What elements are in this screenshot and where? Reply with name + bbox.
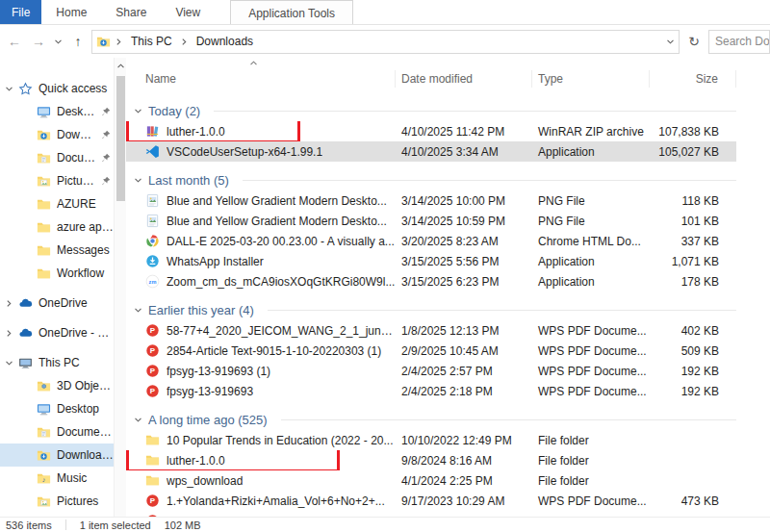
column-header-name[interactable]: Name: [126, 70, 396, 88]
file-row[interactable]: DALL-E 2025-03-20 00.23.00 - A visually …: [126, 231, 736, 251]
downloads-icon: [37, 448, 53, 463]
column-headers: NameDate modifiedTypeSize: [126, 67, 770, 90]
chevron-right-icon[interactable]: [5, 329, 14, 338]
file-name: 2.+61+478798489-34657+-+350493021-1...: [167, 515, 392, 518]
file-row[interactable]: wps_download4/1/2024 2:25 PMFile folder: [126, 470, 736, 491]
downloads-icon: [37, 128, 53, 142]
tab-view[interactable]: View: [161, 0, 215, 24]
file-row[interactable]: luther-1.0.04/10/2025 11:42 PMWinRAR ZIP…: [126, 121, 736, 141]
file-row[interactable]: Blue and Yellow Gradient Modern Deskto..…: [126, 211, 736, 231]
sidebar-item-documents[interactable]: Documents: [0, 420, 114, 443]
sidebar-item-label: Workflow: [57, 266, 114, 280]
file-type: Application: [532, 145, 650, 159]
file-row[interactable]: zmZoom_cm_ds_mCA9iosXOqGtKRGi80W9l...3/1…: [126, 271, 736, 291]
file-date-modified: 2/4/2025 2:18 PM: [396, 385, 532, 398]
file-name: VSCodeUserSetup-x64-1.99.1: [167, 145, 322, 159]
sidebar-item-this-pc[interactable]: This PC: [0, 351, 114, 374]
chevron-right-icon[interactable]: [5, 299, 14, 308]
refresh-button[interactable]: ↻: [682, 34, 706, 49]
items-count: 536 items: [6, 519, 52, 531]
sidebar-item-label: Pictures: [57, 494, 114, 508]
sidebar-item-music[interactable]: ♪Music: [0, 467, 114, 490]
sidebar-item-pictures[interactable]: Pictures: [0, 490, 114, 513]
file-type: PNG File: [532, 215, 650, 228]
group-header-today-2[interactable]: Today (2): [126, 100, 736, 121]
scrollbar-thumb[interactable]: [116, 76, 125, 201]
chevron-down-icon[interactable]: [134, 416, 142, 424]
sidebar-item-quick-access[interactable]: Quick access: [0, 77, 114, 100]
sidebar-item-azure[interactable]: AZURE: [0, 192, 114, 215]
sidebar-item-documents[interactable]: Documents: [0, 146, 114, 169]
chevron-down-icon[interactable]: [134, 306, 142, 315]
chevron-down-icon[interactable]: [5, 359, 14, 367]
file-row[interactable]: P2.+61+478798489-34657+-+350493021-1...W…: [126, 511, 736, 517]
sidebar-item-workflow[interactable]: Workflow: [0, 262, 114, 285]
address-dropdown-icon[interactable]: [666, 38, 675, 46]
sidebar-item-messages[interactable]: Messages: [0, 239, 114, 262]
back-button[interactable]: ←: [4, 30, 25, 53]
file-row[interactable]: 10 Popular Trends in Education (2022 - 2…: [126, 430, 736, 450]
up-button[interactable]: ↑: [67, 30, 89, 53]
tab-file[interactable]: File: [0, 0, 41, 24]
breadcrumb-this-pc[interactable]: This PC: [126, 35, 177, 48]
sidebar-item-downloads[interactable]: Downloads: [0, 443, 114, 467]
sidebar-item-desktop[interactable]: Desktop: [0, 100, 114, 123]
group-label: Today (2): [148, 104, 200, 118]
address-bar[interactable]: This PC Downloads: [91, 30, 680, 54]
pin-icon: [101, 176, 114, 186]
sidebar: Quick accessDesktopDownloadsDocumentsPic…: [0, 58, 114, 517]
chevron-down-icon[interactable]: [134, 107, 142, 115]
desktop-icon: [37, 402, 53, 417]
sidebar-item-downloads[interactable]: Downloads: [0, 123, 114, 146]
file-type: File folder: [532, 454, 650, 468]
sidebar-item-label: OneDrive - Person...: [38, 326, 114, 340]
sidebar-item-azure-app-files[interactable]: azure app_files: [0, 215, 114, 239]
file-size: 402 KB: [650, 324, 736, 338]
file-date-modified: 3/15/2025 5:56 PM: [396, 255, 532, 268]
file-row[interactable]: Pfpsyg-13-919693 (1)2/4/2025 2:57 PMWPS …: [126, 361, 736, 381]
file-row[interactable]: Pfpsyg-13-9196932/4/2025 2:18 PMWPS PDF …: [126, 381, 736, 401]
group-header-earlier-this-year-4[interactable]: Earlier this year (4): [126, 299, 736, 320]
file-name: fpsyg-13-919693: [167, 385, 253, 398]
breadcrumb-downloads[interactable]: Downloads: [192, 35, 258, 48]
folder-icon: [145, 433, 161, 447]
file-name: 1.+Yolanda+Rizki+Amalia_Vol+6+No+2+...: [167, 494, 385, 508]
sidebar-scrollbar[interactable]: [114, 58, 126, 517]
forward-button[interactable]: →: [28, 30, 49, 53]
sidebar-item-pictures[interactable]: Pictures: [0, 169, 114, 192]
chevron-right-icon: [115, 38, 123, 46]
chevron-down-icon[interactable]: [5, 85, 14, 93]
pdf-icon: P: [145, 343, 161, 358]
sidebar-item-onedrive[interactable]: OneDrive: [0, 291, 114, 315]
file-row[interactable]: VSCodeUserSetup-x64-1.99.14/10/2025 3:34…: [126, 141, 736, 162]
folder-icon: [145, 473, 161, 488]
group-header-last-month-5[interactable]: Last month (5): [126, 169, 736, 190]
recent-locations-dropdown-icon[interactable]: [52, 38, 64, 46]
scrollbar-up-icon[interactable]: [116, 58, 125, 70]
column-header-date-modified[interactable]: Date modified: [396, 70, 532, 88]
tab-share[interactable]: Share: [101, 0, 161, 24]
sidebar-item-desktop[interactable]: Desktop: [0, 397, 114, 420]
column-header-type[interactable]: Type: [532, 70, 650, 88]
file-row[interactable]: P2854-Article Text-9015-1-10-20220303 (1…: [126, 341, 736, 361]
file-row[interactable]: P58-77+4_2020_JEICOM_WANG_2_1_june+...1/…: [126, 320, 736, 341]
file-size: 337 KB: [650, 235, 736, 248]
folder-icon: [145, 453, 161, 468]
file-date-modified: 4/1/2024 2:25 PM: [396, 474, 532, 488]
file-row[interactable]: P1.+Yolanda+Rizki+Amalia_Vol+6+No+2+...9…: [126, 491, 736, 511]
file-name: luther-1.0.0: [167, 454, 225, 468]
tab-home[interactable]: Home: [41, 0, 101, 24]
group-header-a-long-time-ago-525[interactable]: A long time ago (525): [126, 409, 736, 430]
file-name: WhatsApp Installer: [167, 255, 264, 268]
file-explorer-window: FileHomeShareViewApplication Tools ← → ↑…: [0, 0, 770, 532]
sidebar-item-3d-objects[interactable]: 3D Objects: [0, 374, 114, 397]
chevron-down-icon[interactable]: [134, 176, 142, 185]
sidebar-item-onedrive-person[interactable]: OneDrive - Person...: [0, 321, 114, 344]
search-box[interactable]: Search Do: [708, 30, 770, 54]
pdf-icon: P: [145, 384, 161, 398]
column-header-size[interactable]: Size: [650, 70, 736, 88]
tab-application-tools[interactable]: Application Tools: [230, 0, 353, 24]
file-row[interactable]: Blue and Yellow Gradient Modern Deskto..…: [126, 190, 736, 211]
file-row[interactable]: luther-1.0.09/8/2024 8:16 AMFile folder: [126, 450, 736, 470]
file-row[interactable]: WhatsApp Installer3/15/2025 5:56 PMAppli…: [126, 251, 736, 271]
